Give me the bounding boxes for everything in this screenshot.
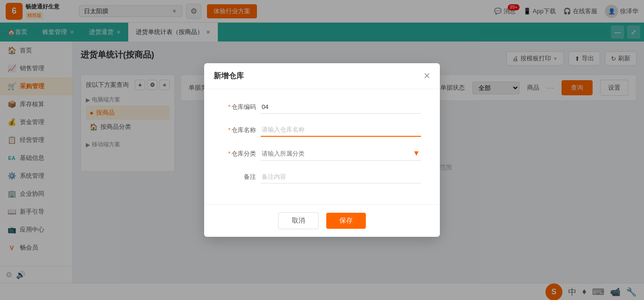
warehouse-name-input[interactable] bbox=[261, 123, 421, 137]
modal-title: 新增仓库 bbox=[214, 71, 244, 81]
category-input[interactable] bbox=[262, 150, 413, 157]
save-button[interactable]: 保存 bbox=[326, 213, 366, 229]
warehouse-category-select[interactable]: ▼ bbox=[261, 146, 421, 161]
warehouse-category-row: 仓库分类 ▼ bbox=[223, 146, 421, 161]
warehouse-code-row: 仓库编码 bbox=[223, 100, 421, 114]
modal-body: 仓库编码 仓库名称 仓库分类 ▼ 备注 bbox=[204, 89, 440, 204]
warehouse-code-input[interactable] bbox=[261, 100, 421, 114]
modal-close-button[interactable]: ✕ bbox=[423, 71, 430, 81]
add-warehouse-modal: 新增仓库 ✕ 仓库编码 仓库名称 仓库分类 ▼ 备注 取消 保存 bbox=[204, 63, 440, 237]
cancel-button[interactable]: 取消 bbox=[278, 212, 319, 229]
warehouse-note-row: 备注 bbox=[223, 170, 421, 183]
warehouse-note-label: 备注 bbox=[223, 173, 261, 181]
modal-header: 新增仓库 ✕ bbox=[204, 63, 440, 89]
warehouse-code-label: 仓库编码 bbox=[223, 103, 261, 111]
modal-footer: 取消 保存 bbox=[204, 204, 440, 237]
warehouse-note-input[interactable] bbox=[261, 170, 421, 183]
category-dropdown-icon[interactable]: ▼ bbox=[413, 149, 420, 158]
warehouse-name-row: 仓库名称 bbox=[223, 123, 421, 137]
warehouse-category-label: 仓库分类 bbox=[223, 150, 261, 158]
warehouse-name-label: 仓库名称 bbox=[223, 126, 261, 134]
